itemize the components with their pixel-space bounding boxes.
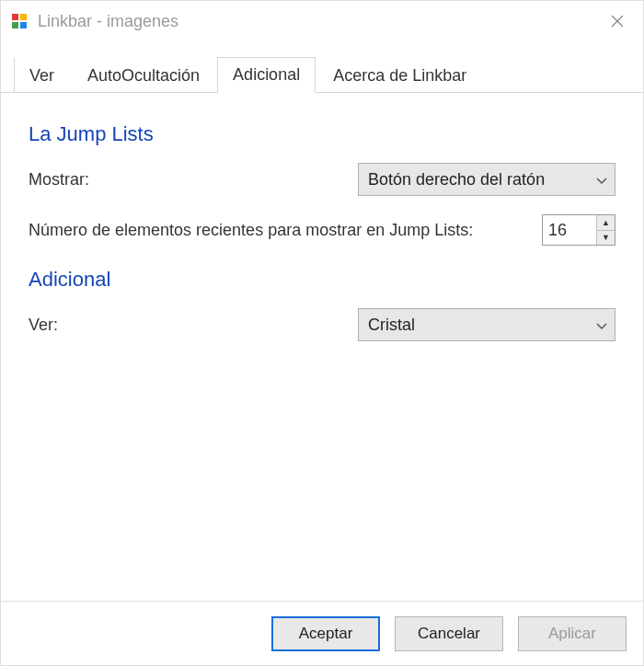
label-mostrar: Mostrar: <box>29 170 358 189</box>
spinner-down-icon[interactable]: ▼ <box>597 231 615 246</box>
section-title-adicional: Adicional <box>29 268 615 292</box>
spinner-up-icon[interactable]: ▲ <box>597 215 615 231</box>
dialog-footer: Aceptar Cancelar Aplicar <box>1 601 643 665</box>
svg-rect-1 <box>20 14 27 20</box>
tab-autoocultacion[interactable]: AutoOcultación <box>72 58 215 93</box>
window-title: Linkbar - imagenes <box>38 12 599 31</box>
label-ver: Ver: <box>29 316 358 335</box>
svg-rect-3 <box>20 22 27 29</box>
tabs-row: Ver AutoOcultación Adicional Acerca de L… <box>1 41 643 93</box>
app-icon <box>10 12 29 30</box>
cancel-button[interactable]: Cancelar <box>395 616 503 651</box>
spinner-recent-count[interactable]: 16 ▲ ▼ <box>542 214 615 246</box>
combo-mostrar-value: Botón derecho del ratón <box>368 170 596 189</box>
spinner-recent-value: 16 <box>543 215 596 245</box>
combo-ver[interactable]: Cristal <box>358 308 615 341</box>
combo-ver-value: Cristal <box>368 316 596 335</box>
titlebar: Linkbar - imagenes <box>1 1 643 41</box>
tab-acerca[interactable]: Acerca de Linkbar <box>317 58 482 93</box>
chevron-down-icon <box>596 316 607 335</box>
svg-rect-2 <box>12 22 18 29</box>
section-title-jump-lists: La Jump Lists <box>29 122 615 146</box>
chevron-down-icon <box>596 170 607 189</box>
apply-button: Aplicar <box>518 616 627 651</box>
accept-button[interactable]: Aceptar <box>271 616 380 651</box>
dialog-window: Linkbar - imagenes Ver AutoOcultación Ad… <box>0 0 644 666</box>
label-recent-count: Número de elementos recientes para mostr… <box>29 218 523 243</box>
combo-mostrar[interactable]: Botón derecho del ratón <box>358 163 615 196</box>
tab-ver[interactable]: Ver <box>14 58 70 93</box>
tab-panel-adicional: La Jump Lists Mostrar: Botón derecho del… <box>1 93 643 601</box>
svg-rect-0 <box>12 14 18 20</box>
tab-adicional[interactable]: Adicional <box>217 57 316 93</box>
close-icon[interactable] <box>599 7 636 35</box>
